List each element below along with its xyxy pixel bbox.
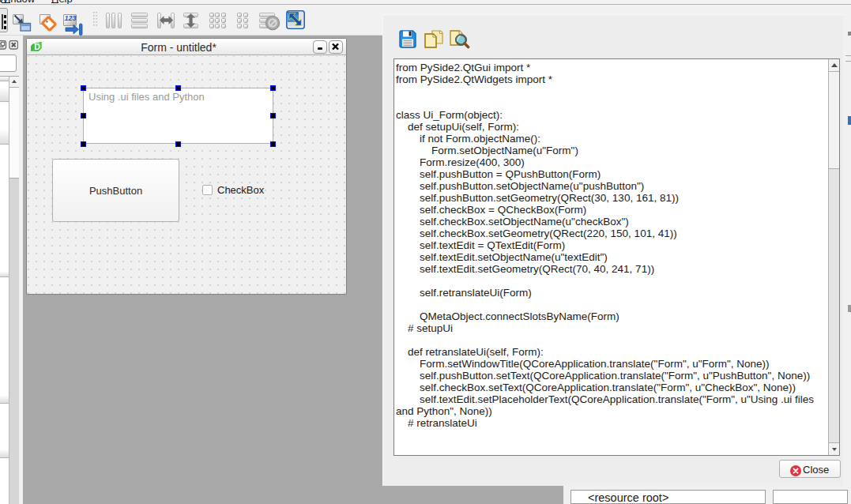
svg-text:D: D (34, 42, 40, 51)
